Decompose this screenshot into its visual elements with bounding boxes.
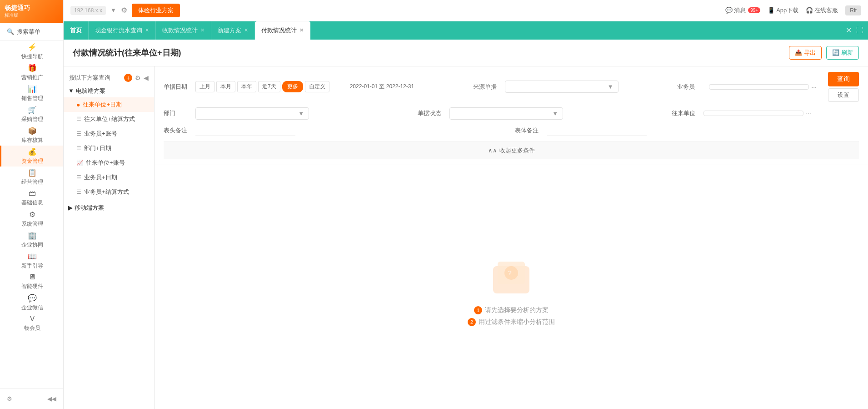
tab-fullscreen-btn[interactable]: ⛶	[856, 26, 863, 35]
setting-button[interactable]: 设置	[828, 88, 859, 102]
date-btn-this-year[interactable]: 本年	[237, 81, 256, 92]
date-btn-more[interactable]: 更多	[282, 81, 303, 92]
quick-nav-icon: ⚡	[28, 43, 37, 51]
sidebar-item-sales[interactable]: 📊 销售管理	[0, 83, 63, 104]
sidebar-item-guide[interactable]: 📖 新手引导	[0, 250, 63, 271]
scheme-header: 按以下方案查询 + ⚙ ◀	[64, 71, 154, 85]
unit-filter-label: 往来单位	[672, 109, 697, 117]
scheme-add-btn[interactable]: +	[124, 74, 132, 82]
status-select[interactable]: ▼	[449, 107, 563, 120]
sidebar-item-label: 企业微信	[21, 304, 43, 312]
tab-new-scheme-label: 新建方案	[218, 26, 241, 35]
tab-new-scheme-close[interactable]: ✕	[244, 27, 248, 33]
export-button[interactable]: 📤 导出	[789, 46, 822, 60]
tab-new-scheme[interactable]: 新建方案 ✕	[211, 21, 255, 40]
sidebar-item-vip[interactable]: V 畅会员	[0, 313, 63, 334]
sidebar-item-hardware[interactable]: 🖥 智能硬件	[0, 271, 63, 292]
scheme-collapse-btn[interactable]: ◀	[144, 74, 149, 81]
scheme-item-staff-settle[interactable]: ☰ 业务员+结算方式	[64, 185, 154, 199]
source-select[interactable]: ▼	[505, 81, 619, 93]
scheme-item-unit-account[interactable]: 📈 往来单位+账号	[64, 156, 154, 170]
sidebar-item-marketing[interactable]: 🎁 营销推广	[0, 62, 63, 83]
status-select-arrow: ▼	[552, 110, 558, 117]
tab-payment-stat2[interactable]: 付款情况统计 ✕	[255, 21, 310, 40]
app-download-area[interactable]: 📱 App下载	[768, 6, 798, 15]
scheme-item-staff-date[interactable]: ☰ 业务员+日期	[64, 170, 154, 185]
scheme-item-staff-account[interactable]: ☰ 业务员+账号	[64, 126, 154, 141]
sidebar-item-system[interactable]: ⚙ 系统管理	[0, 208, 63, 229]
sidebar-item-label: 基础信息	[21, 199, 43, 207]
tab-home[interactable]: 首页	[64, 21, 89, 40]
date-filter-label: 单据日期	[164, 83, 189, 91]
scheme-item-dept-date[interactable]: ☰ 部门+日期	[64, 141, 154, 156]
user-badge[interactable]: Rit	[845, 5, 861, 15]
table-body-note-input[interactable]	[547, 125, 647, 136]
dropdown-arrow-icon[interactable]: ▼	[110, 7, 116, 14]
guide-icon: 📖	[28, 252, 37, 261]
unit-dots[interactable]: ···	[806, 110, 811, 117]
sidebar-item-operation[interactable]: 📋 经营管理	[0, 167, 63, 187]
tab-payment-stat-close[interactable]: ✕	[200, 27, 205, 33]
sidebar-item-purchase[interactable]: 🛒 采购管理	[0, 104, 63, 125]
scheme-desktop-arrow: ▼	[68, 87, 74, 94]
collapse-bar[interactable]: ∧∧ 收起更多条件	[164, 141, 859, 159]
sidebar-item-quick-nav[interactable]: ⚡ 快捷导航	[0, 41, 63, 62]
sidebar-item-inventory[interactable]: 📦 库存核算	[0, 125, 63, 146]
scheme-setting-btn[interactable]: ⚙	[135, 74, 141, 81]
app-download-label: App下载	[776, 6, 798, 15]
tab-home-label: 首页	[70, 26, 82, 35]
sidebar-collapse-icon[interactable]: ◀◀	[47, 395, 56, 402]
app-icon: 📱	[768, 7, 775, 14]
sidebar-item-fund[interactable]: 💰 资金管理	[0, 146, 63, 167]
date-btn-custom[interactable]: 自定义	[305, 81, 329, 92]
system-icon: ⚙	[29, 210, 35, 219]
inventory-icon: 📦	[28, 126, 37, 135]
sidebar-logo: 畅捷通巧 标准版	[0, 0, 63, 23]
scheme-mobile-group[interactable]: ▶ 移动端方案	[64, 202, 154, 214]
table-header-note-input[interactable]	[195, 125, 295, 136]
scheme-item-staff-date-label: 业务员+日期	[84, 173, 117, 182]
tab-payment-stat2-close[interactable]: ✕	[299, 27, 304, 33]
trial-industry-btn[interactable]: 体验行业方案	[132, 4, 180, 17]
filter-section: 单据日期 上月 本月 本年 近7天 更多 自定义 2022-01-01 至 20…	[155, 66, 868, 165]
scheme-desktop-group[interactable]: ▼ 电脑端方案	[64, 85, 154, 97]
refresh-button[interactable]: 🔄 刷新	[826, 46, 859, 60]
tab-payment-stat[interactable]: 收款情况统计 ✕	[156, 21, 211, 40]
dept-select[interactable]: ▼	[195, 107, 309, 120]
search-menu[interactable]: 🔍 搜索菜单	[0, 23, 63, 41]
scheme-item-unit-date[interactable]: ● 往来单位+日期	[64, 97, 154, 112]
staff-dots[interactable]: ···	[811, 83, 817, 91]
hint-num-2: 2	[468, 318, 476, 326]
scheme-item-unit-settle[interactable]: ☰ 往来单位+结算方式	[64, 112, 154, 126]
message-area[interactable]: 💬 消息 99+	[725, 6, 760, 15]
sidebar-item-basic[interactable]: 🗃 基础信息	[0, 187, 63, 208]
date-btn-this-month[interactable]: 本月	[216, 81, 235, 92]
tab-bank-flow[interactable]: 现金银行流水查询 ✕	[89, 21, 156, 40]
main-area: 192.168.x.x ▼ ⚙ 体验行业方案 💬 消息 99+ 📱 App下载 …	[64, 0, 868, 409]
query-button[interactable]: 查询	[828, 72, 859, 86]
dept-select-arrow: ▼	[298, 110, 304, 117]
scheme-desktop-label: 电脑端方案	[76, 87, 105, 95]
date-btn-last-month[interactable]: 上月	[195, 81, 215, 92]
scheme-header-label: 按以下方案查询	[69, 74, 110, 82]
settings-icon[interactable]: ⚙	[121, 6, 127, 15]
sidebar-item-label: 采购管理	[21, 116, 43, 123]
table-header-note-label: 表头备注	[164, 126, 189, 135]
online-service-area[interactable]: 🎧 在线客服	[806, 6, 838, 15]
empty-hint-2: 2 用过滤条件来缩小分析范围	[468, 318, 555, 326]
date-btn-last-7-days[interactable]: 近7天	[258, 81, 280, 92]
basic-icon: 🗃	[29, 189, 36, 197]
dept-filter-label: 部门	[164, 109, 189, 117]
sidebar-settings-icon[interactable]: ⚙	[7, 395, 12, 402]
server-address: 192.168.x.x	[70, 6, 106, 15]
staff-select[interactable]	[709, 84, 809, 90]
hardware-icon: 🖥	[29, 273, 36, 281]
sidebar-item-enterprise[interactable]: 🏢 企业协同	[0, 229, 63, 250]
sidebar-item-label: 库存核算	[21, 136, 43, 144]
tab-close-all-btn[interactable]: ✕	[846, 26, 852, 35]
sidebar: 畅捷通巧 标准版 🔍 搜索菜单 ⚡ 快捷导航 🎁 营销推广 📊 销售管理 🛒 采…	[0, 0, 64, 409]
scheme-item-dept-date-label: 部门+日期	[84, 144, 111, 152]
unit-select[interactable]	[703, 111, 803, 116]
tab-bank-flow-close[interactable]: ✕	[145, 27, 149, 33]
sidebar-item-wechat[interactable]: 💬 企业微信	[0, 292, 63, 313]
